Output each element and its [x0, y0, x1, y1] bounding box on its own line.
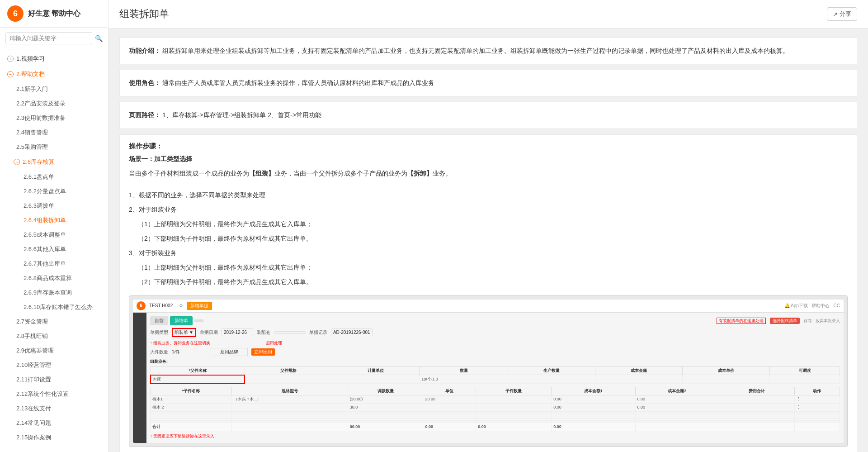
sidebar-item-213[interactable]: 2.13在线支付: [0, 401, 108, 416]
mock-form-row1: 单据类型 组装单 ▼ 单据日期 2019-12-26 装配仓 单据记录 AD-2…: [150, 328, 840, 337]
steps-title: 操作步骤：: [129, 142, 848, 151]
mock-bottom-total: 合计 00.00 0.00 0.00 0.00: [151, 423, 840, 431]
sidebar-item-261[interactable]: 2.6.1盘点单: [0, 170, 108, 184]
annotation-label3: 启用处理: [266, 341, 282, 345]
table-row: 楠木1 （木头 +木...） (20.00) 20.00 0.00 0.00: [151, 395, 840, 403]
sidebar-item-27[interactable]: 2.7资金管理: [0, 314, 108, 329]
sidebar-item-25[interactable]: 2.5采购管理: [0, 140, 108, 154]
sidebar-item-210[interactable]: 2.10经营管理: [0, 358, 108, 372]
step3b-text: （2）下部明细为子件明细，最终作为产成品生成其它入库单。: [129, 276, 848, 288]
mock-order-no: AD-20191226-001: [331, 328, 373, 336]
sidebar-item-215[interactable]: 2.15操作案例: [0, 430, 108, 445]
sidebar-item-267[interactable]: 2.6.7其他出库单: [0, 257, 108, 271]
annotation-label1: 有装配清单的在这里处理: [717, 318, 766, 324]
minus-icon: −: [7, 71, 14, 77]
sidebar-item-videos[interactable]: + 1.视频学习: [0, 51, 108, 67]
mock-tabs: 自营 新增单 有装配清单的在这里处理 选择配料清单 保存 放弃本次录入: [150, 316, 840, 325]
logo-icon: 6: [7, 5, 24, 22]
mock-left-sidebar: [133, 313, 146, 443]
sidebar-item-263[interactable]: 2.6.3调拨单: [0, 199, 108, 213]
sidebar-item-264[interactable]: 2.6.4组装拆卸单: [0, 213, 108, 228]
step2-text: 2、对于组装业务: [129, 203, 848, 216]
sidebar-item-266[interactable]: 2.6.6其他入库单: [0, 242, 108, 257]
share-button[interactable]: ↗ 分享: [827, 7, 857, 21]
sidebar-item-22[interactable]: 2.2产品安装及登录: [0, 96, 108, 111]
mock-tab-empty: [194, 319, 203, 322]
steps-content: 1、根据不同的业务，选择不同单据的类型来处理 2、对于组装业务 （1）上部明细为…: [129, 189, 848, 288]
mock-ui-screenshot: 6 TEST-H002 ⚙ 新增单据 🔔 App下载 帮助中心 CC: [133, 300, 844, 443]
mock-bottom-table: *子件名称 规格型号 调拨数量 单位 子件数量 成本金额1 成本金额2 费用合计: [150, 387, 840, 431]
app-title: 好生意 帮助中心: [28, 9, 80, 19]
role-text: 通常由生产人员或库管人员完成拆装业务的操作，库管人员确认原材料的出库和产成品的入…: [162, 79, 434, 86]
mock-company: TEST-H002: [149, 303, 173, 308]
page-title: 组装拆卸单: [119, 7, 169, 21]
sidebar-item-24[interactable]: 2.4销售管理: [0, 125, 108, 140]
mock-enable-input: 启用品牌: [211, 348, 248, 356]
mock-new-btn: 新增单据: [187, 302, 212, 310]
mock-top-table: *父件名称 父件规格 计量单位 数量 生产数量 成本金额 成本单价 可调度: [150, 366, 840, 384]
sidebar-item-214[interactable]: 2.14常见问题: [0, 416, 108, 430]
sidebar-item-docs[interactable]: − 2.帮助文档: [0, 67, 108, 82]
nav-section: + 1.视频学习 − 2.帮助文档 2.1新手入门 2.2产品安装及登录 2.3…: [0, 49, 108, 447]
sidebar-item-212[interactable]: 2.12系统个性化设置: [0, 387, 108, 401]
step2b-text: （2）下部明细为子件明细，最终作为原材料生成其它出库单。: [129, 232, 848, 245]
page-header: 组装拆卸单 ↗ 分享: [108, 0, 868, 29]
screenshot-container: 6 TEST-H002 ⚙ 新增单据 🔔 App下载 帮助中心 CC: [129, 295, 848, 447]
sidebar: 6 好生意 帮助中心 🔍 + 1.视频学习 − 2.帮助文档 2.1新手入门 2…: [0, 0, 108, 452]
annotation-row3: ↑ 无固定适应下组装拆卸在这里录入: [150, 433, 840, 439]
content-area: 功能介绍： 组装拆卸单用来处理企业组装或拆卸等加工业务，支持有固定装配清单的产品…: [108, 29, 868, 452]
sidebar-item-28[interactable]: 2.8手机旺铺: [0, 329, 108, 343]
minus-icon-26: −: [14, 159, 20, 165]
mock-logo: 6: [137, 301, 146, 310]
mock-top-table-label: 组装业务:: [150, 359, 840, 365]
mock-date: 2019-12-26: [222, 328, 253, 336]
sidebar-item-211[interactable]: 2.11打印设置: [0, 372, 108, 387]
scene1-desc: 当由多个子件材料组装成一个成品的业务为【组装】业务，当由一个父件拆分成多个子产品…: [129, 167, 848, 180]
mock-tab-new: 新增单: [170, 316, 193, 325]
search-icon[interactable]: 🔍: [95, 35, 103, 42]
sidebar-item-262[interactable]: 2.6.2分量盘点单: [0, 184, 108, 199]
intro-text: 组装拆卸单用来处理企业组装或拆卸等加工业务，支持有固定装配清单的产品加工业务，也…: [162, 47, 789, 54]
steps-block: 操作步骤： 场景一：加工类型选择 当由多个子件材料组装成一个成品的业务为【组装】…: [119, 134, 857, 452]
sidebar-item-29[interactable]: 2.9优惠券管理: [0, 343, 108, 358]
search-box: 🔍: [0, 28, 108, 49]
table-row: 楠木 2 30.0 0.00 0.00: [151, 403, 840, 411]
path-text: 1、库存核算->库存管理->组装拆卸单 2、首页->常用功能: [162, 111, 321, 119]
mock-topbar: 6 TEST-H002 ⚙ 新增单据 🔔 App下载 帮助中心 CC: [133, 300, 844, 313]
annotation-row2: ↑ 组装业务、拆卸业务在这里切换 启用处理: [150, 340, 840, 346]
annotation-label4: ↑ 无固定适应下组装拆卸在这里录入: [150, 434, 214, 438]
sidebar-item-268[interactable]: 2.6.8商品成本重算: [0, 271, 108, 285]
main-content: 组装拆卸单 ↗ 分享 功能介绍： 组装拆卸单用来处理企业组装或拆卸等加工业务，支…: [108, 0, 868, 452]
sidebar-item-2610[interactable]: 2.6.10库存账本错了怎么办: [0, 300, 108, 314]
sidebar-item-269[interactable]: 2.6.9库存账本查询: [0, 285, 108, 300]
role-card: 使用角色： 通常由生产人员或库管人员完成拆装业务的操作，库管人员确认原材料的出库…: [119, 70, 857, 96]
share-icon: ↗: [833, 11, 838, 18]
annotation-btn1: 选择配料清单: [770, 318, 800, 324]
mock-top-row: 木床 18/个·1.0: [151, 375, 840, 384]
step3a-text: （1）上部明细为父件明细，最终作为原材料生成其它出库单；: [129, 261, 848, 274]
mock-bottom-section: *子件名称 规格型号 调拨数量 单位 子件数量 成本金额1 成本金额2 费用合计: [150, 387, 840, 431]
step2a-text: （1）上部明细为父件明细，最终作为产成品生成其它入库单；: [129, 218, 848, 230]
scene1-title: 场景一：加工类型选择: [129, 155, 848, 163]
plus-icon: +: [7, 56, 14, 62]
step1-text: 1、根据不同的业务，选择不同单据的类型来处理: [129, 189, 848, 201]
sidebar-item-23[interactable]: 2.3使用前数据准备: [0, 111, 108, 125]
sidebar-item-265[interactable]: 2.6.5成本调整单: [0, 228, 108, 242]
mock-type-selector: 组装单 ▼: [172, 328, 196, 337]
role-label: 使用角色：: [129, 79, 160, 86]
mock-tab-self: 自营: [150, 316, 168, 325]
mock-main: 自营 新增单 有装配清单的在这里处理 选择配料清单 保存 放弃本次录入: [146, 313, 844, 443]
sidebar-header: 6 好生意 帮助中心: [0, 0, 108, 28]
sidebar-item-21[interactable]: 2.1新手入门: [0, 82, 108, 96]
annotation-label2: ↑ 组装业务、拆卸业务在这里切换: [150, 341, 210, 345]
path-card: 页面路径： 1、库存核算->库存管理->组装拆卸单 2、首页->常用功能: [119, 102, 857, 128]
step3-text: 3、对于拆装业务: [129, 247, 848, 259]
mock-content: 自营 新增单 有装配清单的在这里处理 选择配料清单 保存 放弃本次录入: [133, 313, 844, 443]
search-input[interactable]: [5, 32, 92, 44]
intro-label: 功能介绍：: [129, 47, 160, 54]
path-label: 页面路径：: [129, 111, 160, 119]
mock-form-row2: 大件数量 1/件 启用品牌 立即应用: [150, 348, 840, 356]
mock-apply-btn: 立即应用: [251, 348, 275, 356]
sidebar-item-26[interactable]: − 2.6库存核算: [0, 154, 108, 170]
intro-card: 功能介绍： 组装拆卸单用来处理企业组装或拆卸等加工业务，支持有固定装配清单的产品…: [119, 38, 857, 64]
